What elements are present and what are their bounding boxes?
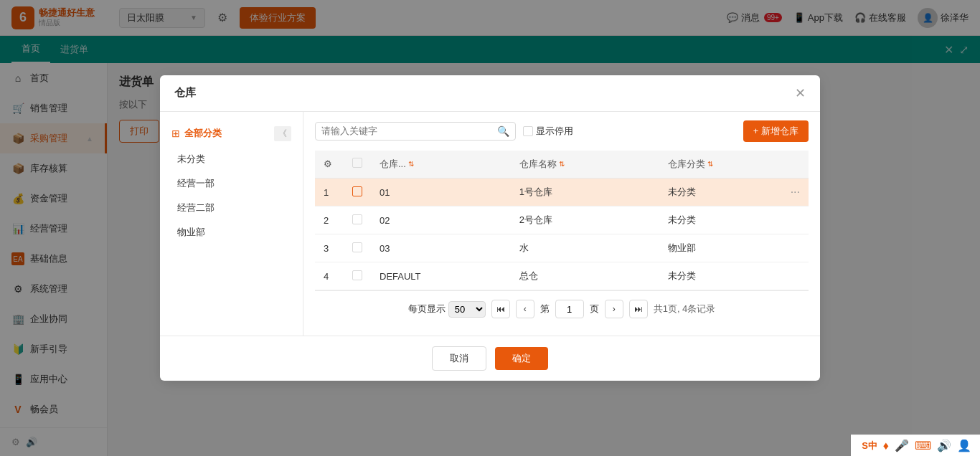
confirm-button[interactable]: 确定 [495,347,548,370]
row-checkbox[interactable] [352,214,362,224]
warehouse-modal: 仓库 ✕ ⊞ 全部分类 《 未分类 经营一部 经营二部 物业部 [160,75,820,381]
row-num: 4 [315,262,344,290]
show-disabled-checkbox[interactable]: 显示停用 [523,125,573,138]
first-page-button[interactable]: ⏮ [491,300,510,318]
modal-body: ⊞ 全部分类 《 未分类 经营一部 经营二部 物业部 🔍 [160,112,820,336]
col-category: 仓库分类⇅ [659,151,809,179]
table-row: 4 DEFAULT 总仓 未分类 [315,262,809,290]
col-name-label: 仓库名称 [519,158,557,171]
col-name-sort-icon[interactable]: ⇅ [559,160,565,168]
per-page-dropdown[interactable]: 501020100 [448,301,486,318]
modal-footer: 取消 确定 [160,336,820,381]
row-code: DEFAULT [371,262,511,290]
col-code-sort-icon[interactable]: ⇅ [408,160,414,168]
col-code: 仓库...⇅ [371,151,511,179]
total-info: 共1页, 4条记录 [654,303,716,315]
row-checkbox[interactable] [352,242,362,252]
row-category: 未分类··· [659,179,809,206]
table-header-row: ⚙ 仓库...⇅ 仓库名称⇅ 仓库分类⇅ [315,151,809,179]
row-name: 2号仓库 [511,206,660,234]
bottom-icon-speaker[interactable]: 🔊 [937,439,951,452]
search-icon[interactable]: 🔍 [497,125,509,137]
modal-overlay: 仓库 ✕ ⊞ 全部分类 《 未分类 经营一部 经营二部 物业部 [0,0,980,456]
row-checkbox[interactable] [352,186,362,196]
row-category: 未分类 [659,262,809,290]
bottom-icon-mic[interactable]: 🎤 [895,439,909,452]
warehouse-table-body: 1 01 1号仓库 未分类··· 2 02 2号仓库 未分类 3 03 水 物业… [315,178,809,290]
add-warehouse-button[interactable]: + 新增仓库 [743,120,809,142]
row-name: 总仓 [511,262,660,290]
bottom-bar: S中 ♦ 🎤 ⌨ 🔊 👤 [851,434,980,456]
row-checkbox-cell [344,206,371,234]
select-all-checkbox[interactable] [352,158,362,168]
bottom-icon-diamond[interactable]: ♦ [883,440,889,452]
modal-toolbar: 🔍 显示停用 + 新增仓库 [315,120,809,142]
category-header[interactable]: ⊞ 全部分类 《 [160,120,303,147]
row-num: 2 [315,206,344,234]
modal-header: 仓库 ✕ [160,75,820,112]
category-item-dept2[interactable]: 经营二部 [160,196,303,220]
last-page-button[interactable]: ⏭ [629,300,648,318]
table-row: 2 02 2号仓库 未分类 [315,206,809,234]
bottom-icon-user[interactable]: 👤 [957,439,971,452]
row-name: 1号仓库 [511,178,660,206]
warehouse-table: ⚙ 仓库...⇅ 仓库名称⇅ 仓库分类⇅ [315,151,809,291]
col-code-label: 仓库... [380,158,406,171]
row-checkbox-cell [344,234,371,262]
col-checkbox [344,151,371,179]
page-unit: 页 [590,303,599,315]
search-input[interactable] [321,125,497,136]
page-number-input[interactable] [555,300,584,318]
row-actions[interactable]: ··· [791,186,800,199]
modal-main: 🔍 显示停用 + 新增仓库 ⚙ [303,112,820,336]
next-page-button[interactable]: › [605,300,623,318]
col-category-sort-icon[interactable]: ⇅ [707,160,713,168]
category-sidebar: ⊞ 全部分类 《 未分类 经营一部 经营二部 物业部 [160,112,303,336]
row-code: 01 [371,178,511,206]
row-code: 03 [371,234,511,262]
col-category-label: 仓库分类 [668,158,705,171]
row-num: 3 [315,234,344,262]
modal-close-button[interactable]: ✕ [795,85,806,101]
table-row: 1 01 1号仓库 未分类··· [315,178,809,206]
row-category: 物业部 [659,234,809,262]
category-collapse-button[interactable]: 《 [274,126,291,141]
category-header-label: 全部分类 [184,127,222,140]
modal-pagination: 每页显示 501020100 ⏮ ‹ 第 页 › ⏭ 共1页, 4条记录 [315,290,809,327]
page-size-select: 每页显示 501020100 [408,301,486,318]
col-settings: ⚙ [315,151,344,179]
row-checkbox-cell [344,178,371,206]
row-name: 水 [511,234,660,262]
col-name: 仓库名称⇅ [511,151,660,179]
category-item-unclassified[interactable]: 未分类 [160,147,303,171]
row-code: 02 [371,206,511,234]
per-page-label: 每页显示 [408,303,446,315]
show-disabled-label: 显示停用 [536,125,573,138]
page-label: 第 [540,303,550,315]
category-item-dept1[interactable]: 经营一部 [160,171,303,196]
table-row: 3 03 水 物业部 [315,234,809,262]
disabled-checkbox[interactable] [523,126,533,136]
category-item-property[interactable]: 物业部 [160,220,303,244]
category-grid-icon: ⊞ [171,128,180,139]
row-num: 1 [315,178,344,206]
row-checkbox-cell [344,262,371,290]
bottom-icon-keyboard[interactable]: ⌨ [915,439,931,452]
warehouse-table-wrap: ⚙ 仓库...⇅ 仓库名称⇅ 仓库分类⇅ [315,151,809,291]
row-checkbox[interactable] [352,270,362,280]
bottom-icon-zh[interactable]: S中 [862,440,877,452]
modal-title: 仓库 [174,86,196,100]
search-box[interactable]: 🔍 [315,122,516,141]
prev-page-button[interactable]: ‹ [516,300,534,318]
row-category: 未分类 [659,206,809,234]
cancel-button[interactable]: 取消 [432,346,486,371]
